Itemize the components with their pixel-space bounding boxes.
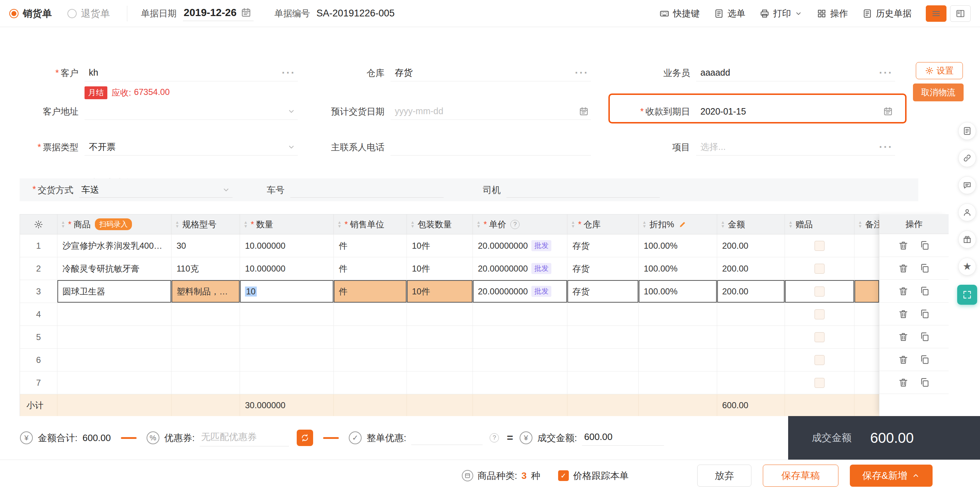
cell-spec[interactable]: 塑料制品，… xyxy=(172,280,240,303)
calendar-icon[interactable] xyxy=(241,7,251,18)
cell-qty[interactable] xyxy=(240,349,334,371)
cell-qty[interactable]: 10 xyxy=(240,280,334,303)
cancel-logistics-button[interactable]: 取消物流 xyxy=(913,83,964,101)
sort-icon[interactable]: ▲▼ xyxy=(858,220,862,228)
more-icon[interactable]: ··· xyxy=(879,69,893,77)
sort-icon[interactable]: ▲▼ xyxy=(476,220,481,228)
cell-discount[interactable] xyxy=(639,326,717,349)
cell-spec[interactable]: 30 xyxy=(172,234,240,257)
cell-warehouse[interactable] xyxy=(567,303,639,326)
cell-price[interactable] xyxy=(473,326,567,349)
column-header[interactable]: ▲▼*数量 xyxy=(240,214,334,234)
grid-view-toggle[interactable] xyxy=(950,5,971,22)
cell-note[interactable] xyxy=(854,257,880,280)
copy-row-icon[interactable] xyxy=(920,263,930,274)
save-draft-button[interactable]: 保存草稿 xyxy=(763,465,838,487)
driver-field[interactable] xyxy=(506,182,660,198)
cell-qty[interactable] xyxy=(240,371,334,394)
cell-qty[interactable]: 10.000000 xyxy=(240,257,334,280)
cell-product[interactable]: 冷酸灵专研抗敏牙膏 xyxy=(57,257,172,280)
cell-gift[interactable] xyxy=(785,303,854,326)
cell-amount[interactable] xyxy=(717,326,785,349)
cell-discount[interactable]: 100.00% xyxy=(639,234,717,257)
cell-unit[interactable] xyxy=(334,349,407,371)
copy-row-icon[interactable] xyxy=(920,332,930,342)
column-header[interactable]: ▲▼备注 xyxy=(854,214,880,234)
customer-address-field[interactable] xyxy=(84,103,298,120)
cell-pkg[interactable]: 10件 xyxy=(407,234,473,257)
payment-due-field[interactable]: 2020-01-15 xyxy=(696,103,895,120)
table-settings-cell[interactable] xyxy=(20,214,57,234)
cell-note[interactable] xyxy=(854,303,880,326)
cell-note[interactable] xyxy=(854,349,880,371)
abandon-button[interactable]: 放弃 xyxy=(697,465,751,487)
cell-discount[interactable]: 100.00% xyxy=(639,280,717,303)
cell-qty[interactable]: 10.000000 xyxy=(240,234,334,257)
cell-qty[interactable] xyxy=(240,326,334,349)
copy-row-icon[interactable] xyxy=(920,286,930,297)
cell-discount[interactable] xyxy=(639,303,717,326)
cell-gift[interactable] xyxy=(785,371,854,394)
cell-unit[interactable]: 件 xyxy=(334,257,407,280)
settings-button[interactable]: 设置 xyxy=(916,62,963,79)
cell-product[interactable] xyxy=(57,371,172,394)
more-icon[interactable]: ··· xyxy=(575,69,589,77)
sort-icon[interactable]: ▲▼ xyxy=(789,220,793,228)
copy-row-icon[interactable] xyxy=(920,377,930,388)
column-header[interactable]: ▲▼赠品 xyxy=(785,214,854,234)
cell-amount[interactable]: 200.00 xyxy=(717,257,785,280)
cell-note[interactable] xyxy=(854,280,880,303)
cell-product[interactable]: 圆球卫生器 xyxy=(57,280,172,303)
user-icon[interactable] xyxy=(958,203,976,221)
edit-icon[interactable] xyxy=(678,220,687,229)
cell-spec[interactable] xyxy=(172,371,240,394)
column-header[interactable]: ▲▼金额 xyxy=(717,214,785,234)
cell-product[interactable] xyxy=(57,303,172,326)
cell-price[interactable] xyxy=(473,349,567,371)
cell-pkg[interactable] xyxy=(407,371,473,394)
copy-row-icon[interactable] xyxy=(920,240,930,251)
cell-discount[interactable] xyxy=(639,371,717,394)
delivery-method-field[interactable]: 车送 xyxy=(79,182,232,198)
more-icon[interactable]: ··· xyxy=(879,143,893,151)
copy-row-icon[interactable] xyxy=(920,354,930,365)
cell-gift[interactable] xyxy=(785,234,854,257)
cell-unit[interactable]: 件 xyxy=(334,280,407,303)
cell-unit[interactable] xyxy=(334,303,407,326)
sort-icon[interactable]: ▲▼ xyxy=(243,220,248,228)
cell-warehouse[interactable]: 存货 xyxy=(567,257,639,280)
cell-warehouse[interactable] xyxy=(567,349,639,371)
cell-price[interactable]: 20.00000000批发 xyxy=(473,280,567,303)
sort-icon[interactable]: ▲▼ xyxy=(571,220,575,228)
cell-discount[interactable] xyxy=(639,349,717,371)
sort-icon[interactable]: ▲▼ xyxy=(410,220,415,228)
cell-unit[interactable]: 件 xyxy=(334,234,407,257)
invoice-icon[interactable] xyxy=(958,122,976,140)
gift-checkbox[interactable] xyxy=(815,241,824,251)
cell-amount[interactable] xyxy=(717,371,785,394)
delete-row-icon[interactable] xyxy=(898,240,909,251)
column-header[interactable]: ▲▼折扣% xyxy=(639,214,717,234)
contact-phone-field[interactable] xyxy=(390,139,591,156)
order-discount-input[interactable] xyxy=(411,431,482,445)
delete-row-icon[interactable] xyxy=(898,286,909,297)
vehicle-field[interactable] xyxy=(290,182,444,198)
cell-unit[interactable] xyxy=(334,326,407,349)
delete-row-icon[interactable] xyxy=(898,332,909,342)
gift-checkbox[interactable] xyxy=(815,287,824,297)
sort-icon[interactable]: ▲▼ xyxy=(61,220,65,228)
gift-checkbox[interactable] xyxy=(815,332,824,342)
cell-amount[interactable] xyxy=(717,349,785,371)
column-header[interactable]: ▲▼包装数量 xyxy=(407,214,473,234)
cell-price[interactable] xyxy=(473,371,567,394)
cell-gift[interactable] xyxy=(785,326,854,349)
project-field[interactable]: 选择... ··· xyxy=(696,139,895,156)
copy-row-icon[interactable] xyxy=(920,309,930,319)
sort-icon[interactable]: ▲▼ xyxy=(642,220,647,228)
column-header[interactable]: ▲▼规格型号 xyxy=(172,214,240,234)
cell-product[interactable] xyxy=(57,326,172,349)
cell-pkg[interactable]: 10件 xyxy=(407,257,473,280)
refresh-coupon-button[interactable] xyxy=(297,430,313,446)
cell-note[interactable] xyxy=(854,371,880,394)
cell-spec[interactable] xyxy=(172,326,240,349)
